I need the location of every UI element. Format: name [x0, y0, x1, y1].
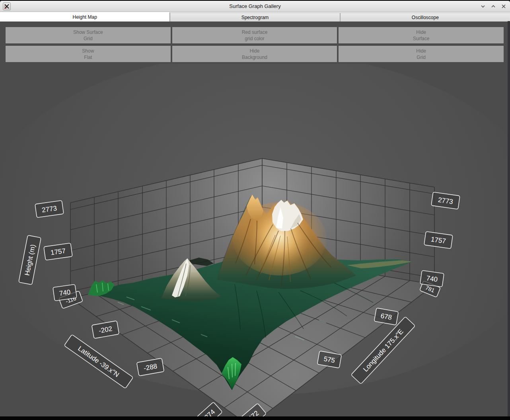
svg-text:740: 740	[426, 274, 438, 283]
svg-text:740: 740	[59, 288, 71, 297]
toggle-background-button[interactable]: Hide Background	[172, 46, 337, 62]
tab-bar: Height Map Spectrogram Oscilloscope	[0, 12, 510, 21]
window-title: Surface Graph Gallery	[0, 3, 510, 9]
close-icon[interactable]	[500, 3, 507, 10]
desktop-bottom-strip	[0, 416, 510, 420]
tab-spectrogram[interactable]: Spectrogram	[170, 13, 340, 21]
surface-grid-color-button[interactable]: Red surface grid color	[172, 27, 337, 43]
minimize-icon[interactable]	[479, 3, 486, 10]
window-controls	[479, 1, 507, 12]
toggle-surface-button[interactable]: Hide Surface	[339, 27, 504, 43]
screen: Surface Graph Gallery Height Map Spectro…	[0, 0, 510, 420]
tab-height-map[interactable]: Height Map	[0, 12, 170, 21]
latitude-tick-374: 374	[197, 402, 222, 417]
surface-plot-canvas[interactable]: 2773 1757 -116 740 Height (m) -202 -288 …	[0, 64, 510, 417]
toolbar: Show Surface Grid Red surface grid color…	[0, 21, 510, 62]
height-tick-740-right: 740	[420, 270, 444, 287]
tab-oscilloscope[interactable]: Oscilloscope	[340, 13, 510, 21]
app-window: Surface Graph Gallery Height Map Spectro…	[0, 1, 510, 416]
toggle-surface-grid-button[interactable]: Show Surface Grid	[6, 27, 171, 43]
maximize-icon[interactable]	[490, 3, 496, 10]
toggle-grid-button[interactable]: Hide Grid	[339, 46, 504, 62]
toggle-flat-button[interactable]: Show Flat	[6, 46, 171, 62]
desktop-edge-strip	[508, 21, 510, 416]
title-bar: Surface Graph Gallery	[0, 1, 510, 12]
height-tick-740-left: 740	[53, 284, 77, 301]
